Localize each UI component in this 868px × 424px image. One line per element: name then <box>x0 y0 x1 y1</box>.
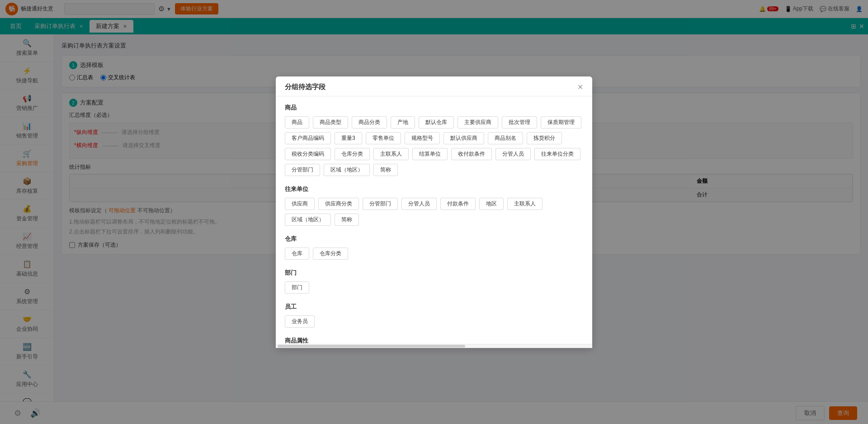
field-tag[interactable]: 重量3 <box>335 132 362 144</box>
field-section-partner: 往来单位 供应商 供应商分类 分管部门 分管人员 付款条件 地区 主联系人 区域… <box>285 185 583 226</box>
section-title-partner: 往来单位 <box>285 185 583 193</box>
field-tag[interactable]: 商品类型 <box>313 116 348 129</box>
section-title-dept: 部门 <box>285 269 583 277</box>
field-tag[interactable]: 分管人员 <box>495 148 531 160</box>
field-tag[interactable]: 付款条件 <box>440 198 476 210</box>
field-tags-employee: 业务员 <box>285 315 583 328</box>
section-title-product-attr: 商品属性 <box>285 337 583 344</box>
field-section-product: 商品 商品 商品类型 商品分类 产地 默认仓库 主要供应商 批次管理 保质期管理… <box>285 104 583 176</box>
field-tags-partner: 供应商 供应商分类 分管部门 分管人员 付款条件 地区 主联系人 区域（地区） … <box>285 198 583 226</box>
field-tag[interactable]: 仓库分类 <box>335 148 370 160</box>
section-title-warehouse: 仓库 <box>285 235 583 243</box>
modal-hscroll-thumb <box>278 345 465 348</box>
field-tag[interactable]: 主要供应商 <box>458 116 498 129</box>
field-tag[interactable]: 客户商品编码 <box>285 132 331 144</box>
modal-dialog: 分组待选字段 ✕ 商品 商品 商品类型 商品分类 产地 默认仓库 主要供应商 批… <box>276 76 592 348</box>
field-tags-product: 商品 商品类型 商品分类 产地 默认仓库 主要供应商 批次管理 保质期管理 客户… <box>285 116 583 176</box>
field-tag[interactable]: 分管部门 <box>285 164 320 176</box>
field-section-product-attr: 商品属性 属性 颜色 多规格 尺码 鞋码 1 <box>285 337 583 344</box>
modal-body: 商品 商品 商品类型 商品分类 产地 默认仓库 主要供应商 批次管理 保质期管理… <box>276 96 592 344</box>
field-tag[interactable]: 往来单位分类 <box>534 148 580 160</box>
field-tag[interactable]: 收付款条件 <box>451 148 492 160</box>
field-tag[interactable]: 批次管理 <box>502 116 537 129</box>
field-tag[interactable]: 供应商 <box>285 198 315 210</box>
field-tag[interactable]: 结算单位 <box>412 148 448 160</box>
field-tags-dept: 部门 <box>285 281 583 294</box>
field-tag[interactable]: 分管人员 <box>401 198 437 210</box>
field-tag[interactable]: 主联系人 <box>373 148 409 160</box>
field-tag[interactable]: 税收分类编码 <box>285 148 331 160</box>
field-tag[interactable]: 分管部门 <box>363 198 398 210</box>
field-section-dept: 部门 部门 <box>285 269 583 294</box>
field-tag[interactable]: 拣货积分 <box>527 132 562 144</box>
field-tag[interactable]: 仓库分类 <box>313 248 348 260</box>
field-tag[interactable]: 区域（地区） <box>324 164 370 176</box>
field-tag[interactable]: 业务员 <box>285 315 315 328</box>
field-tag[interactable]: 地区 <box>479 198 504 210</box>
field-tag[interactable]: 主联系人 <box>507 198 542 210</box>
modal-title: 分组待选字段 <box>285 83 326 91</box>
field-tag[interactable]: 默认仓库 <box>419 116 454 129</box>
field-section-warehouse: 仓库 仓库 仓库分类 <box>285 235 583 260</box>
modal-horizontal-scrollbar[interactable] <box>276 344 592 348</box>
modal-overlay[interactable]: 分组待选字段 ✕ 商品 商品 商品类型 商品分类 产地 默认仓库 主要供应商 批… <box>0 0 868 424</box>
field-tag[interactable]: 保质期管理 <box>541 116 581 129</box>
field-tag[interactable]: 默认供应商 <box>443 132 484 144</box>
field-tag[interactable]: 部门 <box>285 281 309 294</box>
field-tag[interactable]: 商品分类 <box>352 116 387 129</box>
field-tag[interactable]: 产地 <box>391 116 415 129</box>
field-tag[interactable]: 简称 <box>373 164 398 176</box>
field-tags-warehouse: 仓库 仓库分类 <box>285 248 583 260</box>
field-tag[interactable]: 零售单位 <box>366 132 401 144</box>
field-tag[interactable]: 简称 <box>335 214 359 226</box>
field-tag[interactable]: 商品别名 <box>488 132 523 144</box>
modal-close-icon[interactable]: ✕ <box>577 83 583 91</box>
modal-header: 分组待选字段 ✕ <box>276 76 592 96</box>
section-title-product: 商品 <box>285 104 583 112</box>
field-tag[interactable]: 仓库 <box>285 248 309 260</box>
field-tag[interactable]: 规格型号 <box>405 132 440 144</box>
field-section-employee: 员工 业务员 <box>285 303 583 328</box>
field-tag[interactable]: 区域（地区） <box>285 214 331 226</box>
field-tag[interactable]: 商品 <box>285 116 309 129</box>
field-tag[interactable]: 供应商分类 <box>318 198 359 210</box>
section-title-employee: 员工 <box>285 303 583 311</box>
